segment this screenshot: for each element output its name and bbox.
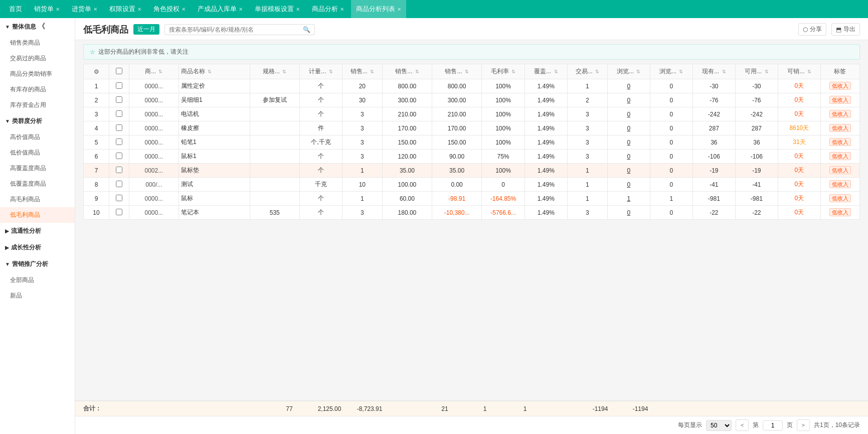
th-spec[interactable]: 规格... ⇅ (250, 64, 299, 79)
nav-permission[interactable]: 权限设置 ✕ (104, 0, 146, 18)
sidebar-item-high-coverage[interactable]: 高覆盖度商品 (0, 161, 75, 176)
row-checkbox-9[interactable] (116, 195, 122, 201)
th-coverage[interactable]: 覆盖... ⇅ (525, 64, 567, 79)
row-checkbox-4[interactable] (116, 124, 122, 131)
th-settings[interactable]: ⚙ (84, 64, 109, 79)
th-current-stock[interactable]: 现有... ⇅ (692, 64, 735, 79)
row-checkbox-6[interactable] (116, 153, 122, 159)
th-browse1[interactable]: 浏览... ⇅ (607, 64, 650, 79)
row-checkbox-7[interactable] (116, 167, 122, 173)
row-check-4[interactable] (109, 121, 129, 135)
sidebar-group-growth[interactable]: ▶ 成长性分析 (0, 239, 75, 256)
sidebar-group-marketing[interactable]: ▼ 营销推广分析 (0, 256, 75, 272)
row-browse1-5[interactable]: 0 (607, 135, 650, 150)
row-browse1-4[interactable]: 0 (607, 121, 650, 135)
row-checkbox-8[interactable] (116, 181, 122, 187)
th-saleable[interactable]: 可销... ⇅ (778, 64, 820, 79)
sidebar-group-flow[interactable]: ▶ 流通性分析 (0, 223, 75, 239)
search-input[interactable] (169, 26, 303, 33)
nav-template[interactable]: 单据模板设置 ✕ (250, 0, 305, 18)
sidebar-item-low-gross[interactable]: 低毛利商品 (0, 207, 75, 223)
share-btn[interactable]: ⬡ 分享 (798, 23, 826, 36)
table-container[interactable]: ⚙ 商... ⇅ 商品名称 ⇅ 规格... ⇅ 计量... ⇅ 销售... ⇅ … (75, 64, 868, 400)
th-unit[interactable]: 计量... ⇅ (299, 64, 342, 79)
row-checkbox-10[interactable] (116, 209, 122, 215)
row-browse1-6[interactable]: 0 (607, 150, 650, 164)
page-input[interactable] (763, 420, 783, 430)
nav-close-goods-analysis-list[interactable]: ✕ (397, 7, 401, 12)
row-check-7[interactable] (109, 164, 129, 178)
nav-product-in[interactable]: 产成品入库单 ✕ (193, 0, 248, 18)
row-checkbox-3[interactable] (116, 110, 122, 117)
th-name[interactable]: 商品名称 ⇅ (179, 64, 250, 79)
th-sales-price[interactable]: 销售... ⇅ (382, 64, 432, 79)
row-check-5[interactable] (109, 135, 129, 150)
row-checkbox-2[interactable] (116, 96, 122, 103)
sidebar-item-sales-goods[interactable]: 销售类商品 (0, 35, 75, 51)
sidebar-item-new-goods[interactable]: 新品 (0, 288, 75, 304)
nav-home[interactable]: 首页 (4, 0, 27, 18)
table-header-row: ⚙ 商... ⇅ 商品名称 ⇅ 规格... ⇅ 计量... ⇅ 销售... ⇅ … (84, 64, 860, 79)
nav-close-purchase[interactable]: ✕ (93, 7, 97, 12)
sidebar-group-overall[interactable]: ▼ 整体信息 《 (0, 18, 75, 35)
nav-goods-analysis-list[interactable]: 商品分析列表 ✕ (351, 0, 406, 18)
select-all-checkbox[interactable] (116, 68, 122, 74)
nav-close-role[interactable]: ✕ (182, 7, 186, 12)
sidebar-item-high-gross[interactable]: 高毛利商品 (0, 192, 75, 207)
row-check-8[interactable] (109, 178, 129, 192)
sidebar-group-cluster[interactable]: ▼ 类群度分析 (0, 113, 75, 129)
row-checkbox-5[interactable] (116, 138, 122, 145)
row-browse1-9[interactable]: 1 (607, 192, 650, 206)
row-check-9[interactable] (109, 192, 129, 206)
row-browse1-1[interactable]: 0 (607, 79, 650, 93)
nav-purchase[interactable]: 进货单 ✕ (67, 0, 102, 18)
row-browse1-3[interactable]: 0 (607, 107, 650, 121)
prev-page-btn[interactable]: ＜ (736, 419, 749, 431)
row-browse1-10[interactable]: 0 (607, 206, 650, 220)
nav-role[interactable]: 角色授权 ✕ (148, 0, 191, 18)
sidebar-item-low-value[interactable]: 低价值商品 (0, 145, 75, 161)
th-tag[interactable]: 标签 (820, 64, 859, 79)
sidebar-item-high-value[interactable]: 高价值商品 (0, 129, 75, 145)
row-check-1[interactable] (109, 79, 129, 93)
row-check-3[interactable] (109, 107, 129, 121)
sidebar-item-stock-goods[interactable]: 有库存的商品 (0, 82, 75, 97)
row-tag-2: 低收入 (820, 93, 859, 107)
row-browse1-2[interactable]: 0 (607, 93, 650, 107)
th-available[interactable]: 可用... ⇅ (735, 64, 778, 79)
th-checkbox[interactable] (109, 64, 129, 79)
row-unit-5: 个,千克 (299, 135, 342, 150)
row-browse1-8[interactable]: 0 (607, 178, 650, 192)
nav-sales[interactable]: 销货单 ✕ (29, 0, 65, 18)
time-filter-btn[interactable]: 近一月 (133, 24, 159, 35)
next-page-btn[interactable]: ＞ (797, 419, 810, 431)
row-check-6[interactable] (109, 150, 129, 164)
th-gross-rate[interactable]: 毛利率 ⇅ (482, 64, 525, 79)
th-sales-profit[interactable]: 销售... ⇅ (432, 64, 482, 79)
search-icon[interactable]: 🔍 (303, 26, 310, 33)
th-trade-count[interactable]: 交易... ⇅ (567, 64, 607, 79)
sidebar-item-all-goods[interactable]: 全部商品 (0, 272, 75, 288)
export-btn[interactable]: ⬒ 导出 (831, 23, 860, 36)
th-browse2[interactable]: 浏览... ⇅ (650, 64, 692, 79)
sidebar-item-low-coverage[interactable]: 低覆盖度商品 (0, 176, 75, 192)
row-check-2[interactable] (109, 93, 129, 107)
nav-close-template[interactable]: ✕ (296, 7, 300, 12)
nav-goods-analysis[interactable]: 商品分析 ✕ (307, 0, 349, 18)
th-code[interactable]: 商... ⇅ (129, 64, 179, 79)
sidebar-item-category-rate[interactable]: 商品分类助销率 (0, 66, 75, 82)
nav-close-goods-analysis[interactable]: ✕ (340, 7, 344, 12)
row-browse1-7[interactable]: 0 (607, 164, 650, 178)
row-check-10[interactable] (109, 206, 129, 220)
per-page-select[interactable]: 50 100 200 (706, 420, 732, 431)
nav-close-product-in[interactable]: ✕ (239, 7, 243, 12)
collapse-overall[interactable]: 《 (38, 22, 45, 31)
row-checkbox-1[interactable] (116, 82, 122, 89)
th-sales-qty[interactable]: 销售... ⇅ (342, 64, 382, 79)
sidebar-item-traded-goods[interactable]: 交易过的商品 (0, 51, 75, 66)
nav-close-permission[interactable]: ✕ (137, 7, 141, 12)
row-code-3: 0000... (129, 107, 179, 121)
nav-close-sales[interactable]: ✕ (56, 7, 60, 12)
sidebar-item-capital[interactable]: 库存资金占用 (0, 97, 75, 113)
row-trade-8: 1 (567, 178, 607, 192)
